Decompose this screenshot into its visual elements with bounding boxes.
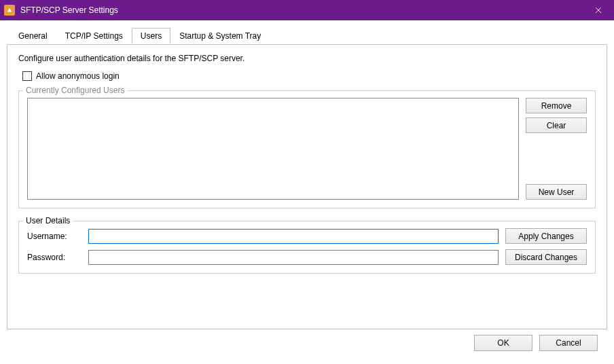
tab-users[interactable]: Users	[132, 28, 170, 44]
password-input[interactable]	[88, 250, 499, 265]
window-title: SFTP/SCP Server Settings	[20, 5, 583, 15]
users-listbox[interactable]	[27, 98, 519, 200]
clear-button[interactable]: Clear	[526, 117, 587, 133]
configured-users-group: Currently Configured Users Remove Clear …	[18, 90, 596, 208]
allow-anonymous-checkbox[interactable]	[22, 71, 32, 81]
apply-changes-button[interactable]: Apply Changes	[505, 228, 587, 244]
tab-strip: General TCP/IP Settings Users Startup & …	[7, 28, 607, 45]
tab-description: Configure user authentication details fo…	[18, 54, 596, 63]
user-details-group: User Details Username: Apply Changes Pas…	[18, 221, 596, 274]
username-input[interactable]	[88, 229, 499, 244]
discard-changes-button[interactable]: Discard Changes	[505, 249, 587, 265]
allow-anonymous-label: Allow anonymous login	[36, 71, 120, 81]
username-label: Username:	[27, 232, 82, 241]
new-user-button[interactable]: New User	[526, 184, 587, 200]
dialog-footer: OK Cancel	[7, 329, 607, 351]
tab-tcpip[interactable]: TCP/IP Settings	[56, 28, 132, 44]
user-details-legend: User Details	[23, 216, 73, 225]
titlebar: SFTP/SCP Server Settings	[0, 0, 614, 20]
password-label: Password:	[27, 253, 82, 262]
ok-button[interactable]: OK	[474, 335, 532, 351]
tab-general[interactable]: General	[10, 28, 56, 44]
tab-panel-users: Configure user authentication details fo…	[7, 44, 607, 329]
configured-users-legend: Currently Configured Users	[23, 86, 127, 95]
close-button[interactable]	[583, 0, 614, 20]
remove-button[interactable]: Remove	[526, 98, 587, 113]
tab-startup[interactable]: Startup & System Tray	[170, 28, 270, 44]
cancel-button[interactable]: Cancel	[539, 335, 598, 351]
app-icon	[4, 5, 15, 16]
